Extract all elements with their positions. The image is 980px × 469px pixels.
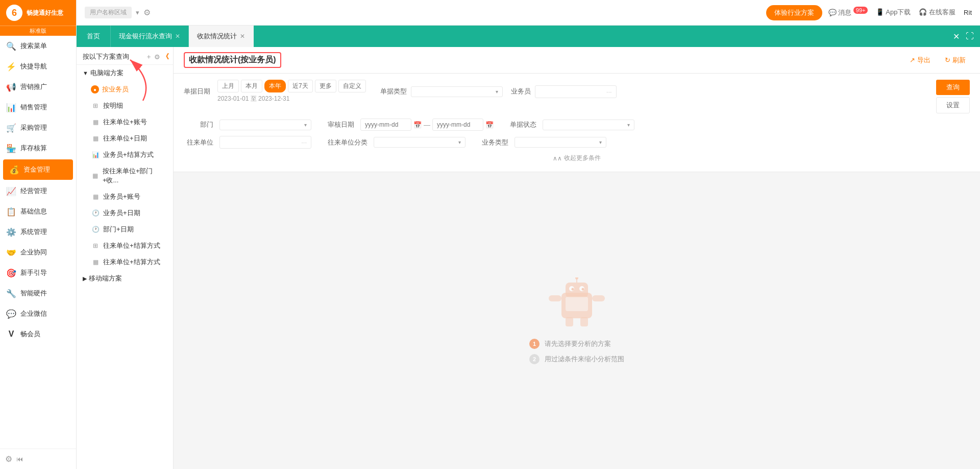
scheme-panel-title: 按以下方案查询 (83, 52, 145, 61)
sidebar-item-guide[interactable]: 🎯 新手引导 (0, 263, 76, 283)
scheme-item-dept-date[interactable]: 🕐 部门+日期 (83, 221, 173, 238)
date-btn-this-month[interactable]: 本月 (241, 80, 262, 92)
user-avatar[interactable]: Rit (964, 9, 972, 16)
table-icon-4: ▦ (91, 192, 100, 201)
biz-type-select[interactable]: ▾ (514, 137, 606, 148)
empty-steps: 1 请先选择要分析的方案 2 用过滤条件来缩小分析范围 (529, 339, 624, 364)
trial-button[interactable]: 体验行业方案 (766, 5, 822, 20)
sidebar-item-warehouse[interactable]: 🏪 库存核算 (0, 138, 76, 158)
scheme-item-partner-date[interactable]: ▦ 往来单位+日期 (83, 130, 173, 147)
bill-type-select[interactable]: ▾ (411, 86, 503, 97)
svg-rect-11 (566, 317, 573, 326)
date-options-row: 上月 本月 本年 近7天 更多 自定义 (217, 80, 366, 92)
main-area: 用户名称区域 ▾ ⚙ 体验行业方案 💬 消息 99+ 📱 App下载 🎧 在线客… (77, 0, 980, 469)
date-btn-this-year[interactable]: 本年 (264, 80, 286, 92)
empty-step-2: 2 用过滤条件来缩小分析范围 (529, 354, 624, 364)
bill-status-label: 单据状态 (510, 120, 536, 129)
app-icon: 📱 (876, 8, 884, 16)
refresh-button[interactable]: ↻ 刷新 (941, 54, 970, 67)
cal-icon-2[interactable]: 📅 (485, 121, 494, 129)
table-icon-1: ▦ (91, 118, 100, 127)
warehouse-icon: 🏪 (6, 143, 16, 153)
scheme-item-partner-settlement1[interactable]: ⊞ 往来单位+结算方式 (83, 238, 173, 254)
tab-home[interactable]: 首页 (77, 26, 111, 47)
partner-category-select[interactable]: ▾ (374, 137, 465, 148)
scheme-settings-icon[interactable]: ⚙ (154, 53, 160, 61)
sidebar: 6 畅捷通好生意 标准版 🔍 搜索菜单 ⚡ 快捷导航 📢 营销推广 📊 销售管理… (0, 0, 77, 469)
sidebar-item-purchase[interactable]: 🛒 采购管理 (0, 118, 76, 138)
scheme-item-by-salesperson[interactable]: ● 按业务员 (83, 81, 173, 98)
biz-type-label: 业务类型 (482, 138, 508, 147)
tree-mobile-group[interactable]: ▶ 移动端方案 (77, 270, 173, 287)
review-date-label: 审核日期 (328, 120, 354, 129)
online-service-area[interactable]: 🎧 在线客服 (919, 8, 955, 17)
date-btn-more[interactable]: 更多 (315, 80, 336, 92)
marketing-icon: 📢 (6, 82, 16, 92)
page-header: 收款情况统计(按业务员) ↗ 导出 ↻ 刷新 (174, 47, 980, 74)
review-date-from-input[interactable] (360, 119, 411, 131)
sidebar-item-marketing[interactable]: 📢 营销推广 (0, 77, 76, 97)
tab-receipt-stats-close[interactable]: ✕ (240, 33, 245, 40)
collapse-panel-icon[interactable]: 《 (162, 52, 169, 61)
top-right-area: 💬 消息 99+ 📱 App下载 🎧 在线客服 Rit (828, 7, 972, 17)
empty-illustration (546, 277, 607, 329)
step-num-1: 1 (529, 339, 540, 349)
partner-more-icon[interactable]: ··· (301, 138, 307, 146)
svg-rect-10 (592, 295, 605, 301)
date-btn-7days[interactable]: 近7天 (288, 80, 313, 92)
query-button[interactable]: 查询 (936, 80, 970, 95)
tab-cash-flow-close[interactable]: ✕ (175, 33, 180, 40)
date-btn-custom[interactable]: 自定义 (338, 80, 366, 92)
app-download-area[interactable]: 📱 App下载 (876, 8, 911, 17)
salesperson-select[interactable]: ··· (535, 85, 617, 98)
collapse-more-btn[interactable]: ∧∧ 收起更多条件 (184, 151, 970, 166)
sidebar-item-system[interactable]: ⚙️ 系统管理 (0, 222, 76, 242)
scheme-item-salesperson-settlement[interactable]: 📊 业务员+结算方式 (83, 147, 173, 163)
sidebar-item-sales[interactable]: 📊 销售管理 (0, 97, 76, 118)
cal-icon-1[interactable]: 📅 (413, 121, 422, 129)
scheme-item-partner-account[interactable]: ▦ 往来单位+账号 (83, 114, 173, 130)
gear-settings-icon[interactable]: ⚙ (143, 8, 151, 17)
scheme-item-salesperson-account[interactable]: ▦ 业务员+账号 (83, 189, 173, 205)
sidebar-item-finance[interactable]: 💰 资金管理 (3, 159, 73, 180)
tab-cash-flow[interactable]: 现金银行流水查询 ✕ (111, 26, 189, 47)
sidebar-item-member[interactable]: V 畅会员 (0, 324, 76, 344)
sidebar-item-search[interactable]: 🔍 搜索菜单 (0, 36, 76, 56)
sidebar-item-quick-nav[interactable]: ⚡ 快捷导航 (0, 56, 76, 77)
message-area[interactable]: 💬 消息 99+ (828, 7, 868, 17)
filter-actions: 查询 设置 (936, 80, 970, 113)
scheme-item-salesperson-date[interactable]: 🕐 业务员+日期 (83, 205, 173, 221)
settings-gear-icon[interactable]: ⚙ (5, 454, 12, 464)
empty-step-1: 1 请先选择要分析的方案 (529, 339, 624, 349)
settings-button[interactable]: 设置 (936, 97, 970, 113)
system-icon: ⚙️ (6, 227, 16, 237)
export-icon: ↗ (910, 56, 915, 64)
tab-receipt-stats[interactable]: 收款情况统计 ✕ (189, 26, 254, 47)
breadcrumb-item: 用户名称区域 (85, 7, 132, 18)
sidebar-item-wechat[interactable]: 💬 企业微信 (0, 303, 76, 324)
scheme-item-by-detail[interactable]: ⊞ 按明细 (83, 98, 173, 114)
grid-icon-2: ⊞ (91, 241, 100, 250)
scheme-item-partner-dept-receipt[interactable]: ▦ 按往来单位+部门+收... (83, 163, 173, 189)
sidebar-item-basic[interactable]: 📋 基础信息 (0, 201, 76, 222)
sales-icon: 📊 (6, 102, 16, 112)
window-maximize-icon[interactable]: ⛶ (966, 32, 974, 41)
sidebar-item-hardware[interactable]: 🔧 智能硬件 (0, 283, 76, 303)
export-button[interactable]: ↗ 导出 (905, 54, 935, 67)
dept-select[interactable]: ▾ (219, 120, 311, 130)
step-num-2: 2 (529, 354, 540, 364)
tree-desktop-group[interactable]: ▼ 电脑端方案 (77, 65, 173, 81)
window-close-icon[interactable]: ✕ (953, 32, 960, 41)
date-btn-last-month[interactable]: 上月 (217, 80, 239, 92)
active-dot-icon: ● (91, 85, 99, 93)
corp-icon: 🤝 (6, 247, 16, 257)
add-scheme-icon[interactable]: ＋ (145, 52, 152, 61)
partner-select[interactable]: ··· (219, 136, 311, 149)
dept-dropdown-icon: ▾ (304, 122, 307, 128)
bill-status-select[interactable]: ▾ (543, 120, 634, 130)
review-date-to-input[interactable] (432, 119, 483, 131)
scheme-item-partner-settlement2[interactable]: ▦ 往来单位+结算方式 (83, 254, 173, 270)
sidebar-item-operations[interactable]: 📈 经营管理 (0, 181, 76, 201)
sidebar-item-corp[interactable]: 🤝 企业协同 (0, 242, 76, 263)
sidebar-collapse-icon[interactable]: ⏮ (16, 455, 23, 463)
